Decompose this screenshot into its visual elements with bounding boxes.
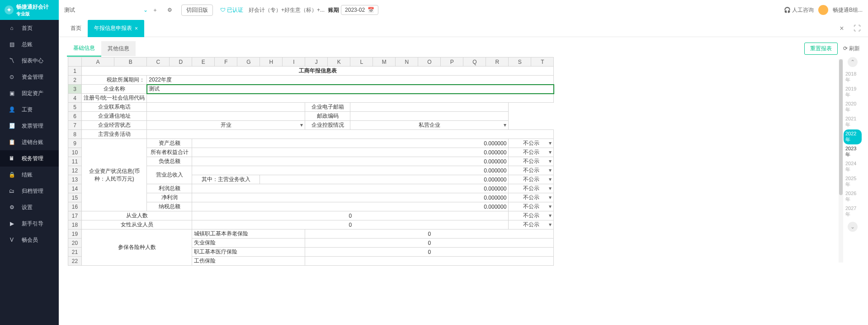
year-item[interactable]: 2027年 — [844, 204, 862, 219]
phone-cell[interactable] — [147, 103, 305, 112]
corner-cell[interactable] — [68, 57, 82, 67]
insurance-value[interactable] — [305, 257, 554, 266]
pub-select[interactable]: 不公示▾ — [509, 211, 554, 220]
fullscreen-button[interactable]: ⛶ — [852, 23, 863, 34]
year-down-button[interactable]: ⌄ — [848, 222, 858, 232]
tab-annual-report[interactable]: 年报信息申报表 × — [88, 20, 144, 37]
col-header[interactable]: N — [396, 57, 418, 67]
row-header[interactable]: 9 — [68, 139, 82, 148]
row-header[interactable]: 19 — [68, 229, 82, 239]
main-biz-cell[interactable] — [147, 130, 554, 139]
nav-invoice[interactable]: 🧾发票管理 — [0, 118, 59, 134]
col-header[interactable]: K — [328, 57, 350, 67]
nav-settings[interactable]: ⚙设置 — [0, 199, 59, 215]
zip-cell[interactable] — [350, 112, 509, 121]
fin-value[interactable]: 0.000000 — [192, 148, 509, 157]
fin-value[interactable]: 0.000000 — [192, 193, 509, 202]
col-header[interactable]: L — [350, 57, 373, 67]
col-header[interactable]: R — [486, 57, 509, 67]
email-cell[interactable] — [350, 103, 509, 112]
pub-select[interactable]: 不公示▾ — [509, 202, 554, 211]
row-header[interactable]: 21 — [68, 248, 82, 257]
row-header[interactable]: 1 — [68, 67, 82, 76]
year-item[interactable]: 2025年 — [844, 174, 862, 189]
nav-funds[interactable]: ⊙资金管理 — [0, 69, 59, 85]
settings-icon[interactable]: ⚙ — [163, 4, 176, 16]
period-picker[interactable]: 2023-02 📅 — [341, 5, 378, 15]
fin-value[interactable]: 0.000000 — [192, 166, 509, 175]
col-header[interactable]: C — [147, 57, 170, 67]
year-item[interactable]: 2018年 — [844, 70, 862, 85]
refresh-button[interactable]: ⟳ 刷新 — [843, 45, 860, 53]
tab-home[interactable]: 首页 — [64, 20, 88, 37]
col-header[interactable]: I — [283, 57, 305, 67]
row-header[interactable]: 6 — [68, 112, 82, 121]
col-header[interactable]: A — [82, 57, 114, 67]
pub-select[interactable]: 不公示▾ — [509, 139, 554, 148]
col-header[interactable]: E — [192, 57, 215, 67]
year-item[interactable]: 2024年 — [844, 159, 862, 174]
insurance-value[interactable]: 0 — [305, 239, 554, 248]
avatar[interactable] — [818, 5, 828, 15]
reset-report-button[interactable]: 重置报表 — [804, 43, 838, 55]
col-header[interactable]: M — [373, 57, 396, 67]
col-header[interactable]: D — [170, 57, 192, 67]
col-header[interactable]: H — [260, 57, 283, 67]
insurance-value[interactable]: 0 — [305, 248, 554, 257]
pub-select[interactable]: 不公示▾ — [509, 220, 554, 229]
company-selector[interactable]: 测试 ⌄ — [64, 4, 148, 16]
switch-old-button[interactable]: 切回旧版 — [181, 5, 213, 16]
row-header[interactable]: 8 — [68, 130, 82, 139]
row-header[interactable]: 18 — [68, 220, 82, 229]
pub-select[interactable]: 不公示▾ — [509, 193, 554, 202]
row-header[interactable]: 11 — [68, 157, 82, 166]
row-header[interactable]: 4 — [68, 94, 82, 103]
col-header[interactable]: G — [237, 57, 260, 67]
year-item[interactable]: 2022年 — [844, 129, 862, 144]
row-header[interactable]: 13 — [68, 175, 82, 184]
nav-archive[interactable]: 🗂归档管理 — [0, 183, 59, 199]
nav-close[interactable]: 🔒结账 — [0, 167, 59, 183]
fin-value[interactable]: 0.000000 — [192, 139, 509, 148]
nav-vip[interactable]: V畅会员 — [0, 232, 59, 248]
status-select[interactable]: 开业▾ — [147, 121, 305, 130]
support-link[interactable]: 🎧 人工咨询 — [784, 6, 814, 14]
fin-value[interactable]: 0.000000 — [192, 157, 509, 166]
year-item[interactable]: 2019年 — [844, 85, 862, 100]
row-header[interactable]: 7 — [68, 121, 82, 130]
row-header[interactable]: 16 — [68, 202, 82, 211]
row-header[interactable]: 15 — [68, 193, 82, 202]
add-company-button[interactable]: ＋ — [149, 4, 161, 16]
row-header[interactable]: 22 — [68, 257, 82, 266]
year-item[interactable]: 2020年 — [844, 100, 862, 115]
year-item[interactable]: 2023年 — [844, 144, 862, 159]
employees-value[interactable]: 0 — [192, 211, 509, 220]
col-header[interactable]: P — [441, 57, 463, 67]
nav-salary[interactable]: 👤工资 — [0, 101, 59, 118]
nav-home[interactable]: ⌂首页 — [0, 20, 59, 36]
close-all-button[interactable]: × — [836, 23, 847, 34]
col-header[interactable]: S — [509, 57, 531, 67]
nav-tax[interactable]: 🖩税务管理 — [0, 150, 59, 167]
female-value[interactable]: 0 — [192, 220, 509, 229]
company-name-cell[interactable]: 测试 — [147, 85, 554, 94]
pub-select[interactable]: 不公示▾ — [509, 175, 554, 184]
row-header[interactable]: 17 — [68, 211, 82, 220]
pub-select[interactable]: 不公示▾ — [509, 166, 554, 175]
holding-select[interactable]: 私营企业▾ — [350, 121, 509, 130]
row-header[interactable]: 10 — [68, 148, 82, 157]
row-header[interactable]: 20 — [68, 239, 82, 248]
row-header[interactable]: 5 — [68, 103, 82, 112]
nav-stock[interactable]: 📋进销台账 — [0, 134, 59, 150]
nav-guide[interactable]: ▶新手引导 — [0, 215, 59, 232]
year-item[interactable]: 2021年 — [844, 115, 862, 129]
spreadsheet[interactable]: ABCDEFGHIJKLMNOPQRST1工商年报信息表2税款所属期间：2022… — [68, 57, 841, 325]
sub-income-value[interactable]: 0.000000 — [260, 175, 509, 184]
reg-no-cell[interactable] — [147, 94, 554, 103]
col-header[interactable]: O — [418, 57, 441, 67]
close-icon[interactable]: × — [135, 25, 138, 32]
col-header[interactable]: Q — [463, 57, 486, 67]
fin-value[interactable]: 0.000000 — [192, 202, 509, 211]
col-header[interactable]: F — [215, 57, 237, 67]
vertical-scrollbar[interactable] — [839, 59, 843, 263]
